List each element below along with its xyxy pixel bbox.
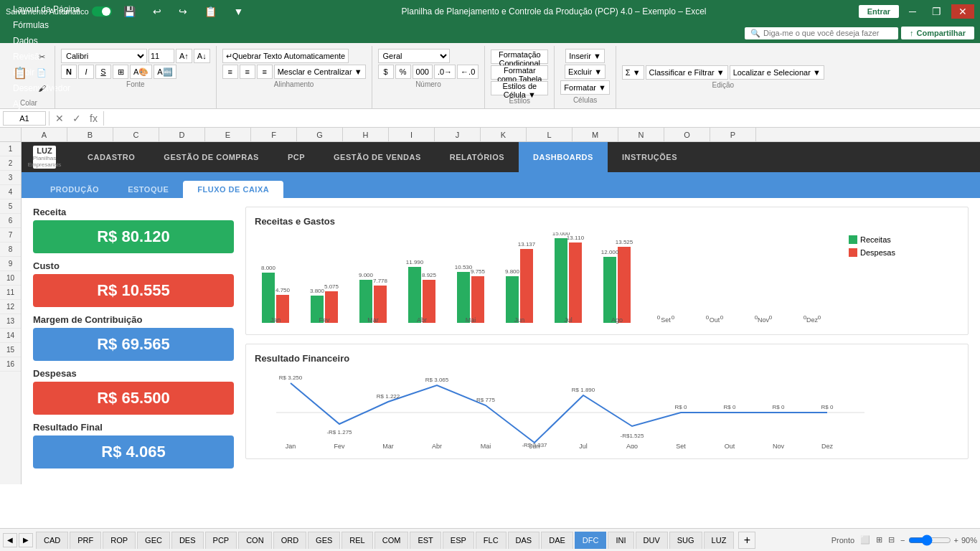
ribbon-search[interactable]: 🔍 bbox=[745, 27, 898, 39]
autosave-toggle[interactable] bbox=[92, 6, 112, 17]
sheet-tab-flc[interactable]: FLC bbox=[476, 532, 507, 549]
col-header-L[interactable]: L bbox=[527, 128, 573, 141]
cell-reference-input[interactable] bbox=[3, 111, 46, 126]
percent-btn[interactable]: % bbox=[395, 65, 411, 79]
col-header-M[interactable]: M bbox=[573, 128, 618, 141]
restore-btn[interactable]: ❐ bbox=[926, 4, 947, 19]
font-size-decrease-btn[interactable]: A↓ bbox=[194, 49, 210, 63]
wrap-text-btn[interactable]: ↵Quebrar Texto Automaticamente bbox=[222, 49, 349, 63]
sub-nav-item-estoque[interactable]: ESTOQUE bbox=[113, 181, 183, 198]
customize-btn[interactable]: ▼ bbox=[228, 4, 250, 19]
font-size-input[interactable] bbox=[149, 49, 174, 63]
align-right-btn[interactable]: ≡ bbox=[257, 65, 273, 79]
decimal-decrease-btn[interactable]: ←.0 bbox=[457, 65, 479, 79]
col-header-B[interactable]: B bbox=[67, 128, 113, 141]
sheet-tab-rop[interactable]: ROP bbox=[103, 532, 136, 549]
tab-prev-btn[interactable]: ◀ bbox=[3, 533, 17, 547]
sheet-tab-ini[interactable]: INI bbox=[608, 532, 633, 549]
sheet-tab-duv[interactable]: DUV bbox=[636, 532, 668, 549]
align-left-btn[interactable]: ≡ bbox=[222, 65, 238, 79]
col-header-C[interactable]: C bbox=[113, 128, 159, 141]
insert-function-btn[interactable]: fx bbox=[87, 113, 100, 124]
sheet-tab-ges[interactable]: GES bbox=[308, 532, 340, 549]
quick-access-btn[interactable]: 📋 bbox=[199, 4, 222, 19]
nav-item-gestão-de-vendas[interactable]: GESTÃO DE VENDAS bbox=[319, 142, 435, 172]
layout-page-icon[interactable]: ⊞ bbox=[876, 535, 882, 545]
zoom-slider[interactable] bbox=[908, 534, 951, 546]
undo-btn[interactable]: ↩ bbox=[147, 4, 167, 19]
font-family-select[interactable]: Calibri bbox=[61, 49, 147, 63]
save-icon[interactable]: 💾 bbox=[118, 4, 141, 19]
col-header-G[interactable]: G bbox=[297, 128, 343, 141]
insert-btn[interactable]: Inserir ▼ bbox=[565, 49, 605, 63]
format-btn[interactable]: Formatar ▼ bbox=[560, 80, 610, 95]
col-header-E[interactable]: E bbox=[205, 128, 251, 141]
thousand-btn[interactable]: 000 bbox=[413, 65, 433, 79]
sheet-tab-das[interactable]: DAS bbox=[508, 532, 540, 549]
bold-btn[interactable]: N bbox=[61, 65, 77, 79]
col-header-O[interactable]: O bbox=[664, 128, 710, 141]
zoom-out-btn[interactable]: − bbox=[900, 536, 905, 545]
ribbon-menu-item-layout-da-página[interactable]: Layout da Página bbox=[6, 1, 87, 17]
col-header-K[interactable]: K bbox=[481, 128, 527, 141]
entrar-button[interactable]: Entrar bbox=[859, 5, 899, 18]
col-header-D[interactable]: D bbox=[159, 128, 205, 141]
sheet-tab-cad[interactable]: CAD bbox=[36, 532, 68, 549]
font-size-increase-btn[interactable]: A↑ bbox=[176, 49, 192, 63]
sheet-tab-est[interactable]: EST bbox=[410, 532, 440, 549]
fill-color-btn[interactable]: A🎨 bbox=[130, 65, 152, 79]
nav-item-pcp[interactable]: PCP bbox=[273, 142, 319, 172]
add-sheet-btn[interactable]: + bbox=[738, 532, 755, 549]
sheet-tab-prf[interactable]: PRF bbox=[70, 532, 101, 549]
sheet-tab-sug[interactable]: SUG bbox=[669, 532, 702, 549]
sheet-tab-dae[interactable]: DAE bbox=[541, 532, 573, 549]
currency-btn[interactable]: $ bbox=[378, 65, 394, 79]
sheet-tab-com[interactable]: COM bbox=[374, 532, 409, 549]
sheet-tab-con[interactable]: CON bbox=[238, 532, 271, 549]
sheet-tab-pcp[interactable]: PCP bbox=[205, 532, 237, 549]
zoom-in-btn[interactable]: + bbox=[954, 536, 958, 545]
close-btn[interactable]: ✕ bbox=[951, 4, 974, 19]
sub-nav-item-fluxo-de-caixa[interactable]: FLUXO DE CAIXA bbox=[183, 181, 283, 198]
col-header-I[interactable]: I bbox=[389, 128, 435, 141]
search-input[interactable] bbox=[763, 29, 892, 37]
sheet-tab-rel[interactable]: REL bbox=[341, 532, 372, 549]
sheet-tab-dfc[interactable]: DFC bbox=[575, 532, 607, 549]
sheet-tab-esp[interactable]: ESP bbox=[443, 532, 474, 549]
copy-icon[interactable]: 📄 bbox=[34, 65, 49, 80]
nav-item-cadastro[interactable]: CADASTRO bbox=[73, 142, 149, 172]
nav-item-relatórios[interactable]: RELATÓRIOS bbox=[435, 142, 519, 172]
font-color-btn[interactable]: A🔤 bbox=[154, 65, 176, 79]
confirm-formula-btn[interactable]: ✓ bbox=[70, 113, 84, 124]
cell-styles-btn[interactable]: Estilos de Célula ▼ bbox=[491, 81, 548, 95]
tab-next-btn[interactable]: ▶ bbox=[19, 533, 33, 547]
redo-btn[interactable]: ↪ bbox=[173, 4, 193, 19]
sub-nav-item-produção[interactable]: PRODUÇÃO bbox=[36, 181, 113, 198]
nav-item-dashboards[interactable]: DASHBOARDS bbox=[519, 142, 608, 172]
sheet-tab-gec[interactable]: GEC bbox=[137, 532, 170, 549]
italic-btn[interactable]: I bbox=[78, 65, 94, 79]
col-header-P[interactable]: P bbox=[710, 128, 756, 141]
nav-item-instruções[interactable]: INSTRUÇÕES bbox=[608, 142, 692, 172]
underline-btn[interactable]: S bbox=[95, 65, 111, 79]
border-btn[interactable]: ⊞ bbox=[113, 65, 128, 79]
layout-break-icon[interactable]: ⊟ bbox=[888, 535, 895, 545]
conditional-format-btn[interactable]: Formatação Condicional ▼ bbox=[491, 50, 548, 64]
paste-icon[interactable]: 📋 bbox=[9, 61, 32, 84]
sort-filter-btn[interactable]: Classificar e Filtrar ▼ bbox=[646, 65, 728, 80]
layout-normal-icon[interactable]: ⬜ bbox=[860, 535, 870, 545]
format-painter-icon[interactable]: 🖌 bbox=[34, 81, 49, 95]
cut-icon[interactable]: ✂ bbox=[34, 50, 49, 64]
col-header-J[interactable]: J bbox=[435, 128, 481, 141]
number-format-select[interactable]: Geral bbox=[378, 49, 450, 63]
format-table-btn[interactable]: Formatar como Tabela ▼ bbox=[491, 65, 548, 80]
delete-btn[interactable]: Excluir ▼ bbox=[565, 65, 606, 79]
merge-center-btn[interactable]: Mesclar e Centralizar ▼ bbox=[274, 65, 366, 79]
sum-btn[interactable]: Σ ▼ bbox=[622, 65, 644, 80]
minimize-btn[interactable]: ─ bbox=[903, 4, 922, 19]
decimal-increase-btn[interactable]: .0→ bbox=[434, 65, 456, 79]
formula-input[interactable] bbox=[107, 111, 977, 126]
col-header-F[interactable]: F bbox=[251, 128, 297, 141]
align-center-btn[interactable]: ≡ bbox=[240, 65, 255, 79]
sheet-tab-ord[interactable]: ORD bbox=[273, 532, 306, 549]
